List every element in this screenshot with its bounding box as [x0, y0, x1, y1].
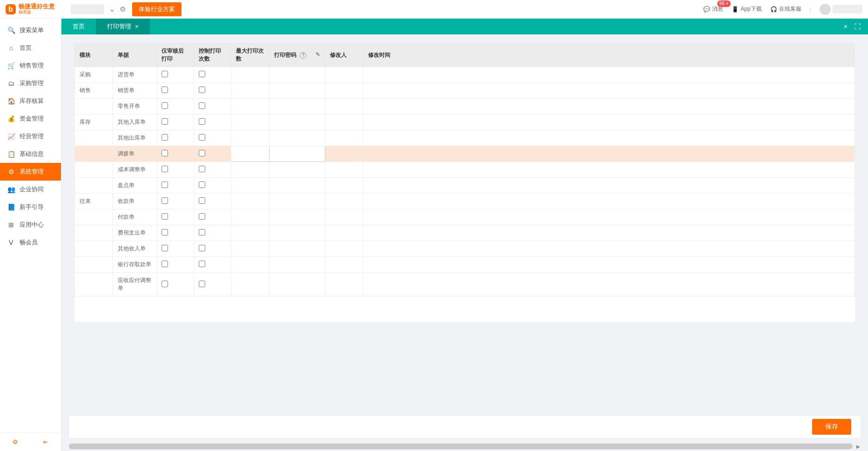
cell-module: 销售 [75, 83, 113, 99]
chat-icon: 💬 [703, 6, 710, 13]
tab-print-management[interactable]: 打印管理 × [96, 19, 150, 34]
limit-count-checkbox[interactable] [199, 71, 205, 77]
audit-only-checkbox[interactable] [161, 166, 168, 172]
cell-audit-only [157, 146, 194, 162]
cell-password [269, 225, 325, 241]
table-row[interactable]: 往来收款单 [75, 194, 855, 209]
table-row[interactable]: 成本调整单 [75, 162, 855, 178]
app-download-label: App下载 [740, 5, 761, 13]
scroll-right-icon[interactable]: ▶ [855, 444, 861, 449]
audit-only-checkbox[interactable] [161, 102, 168, 109]
table-row[interactable]: 银行存取款单 [75, 257, 855, 273]
limit-count-checkbox[interactable] [199, 197, 205, 204]
messages-button[interactable]: 💬 消息 99 + [703, 5, 723, 13]
cell-audit-only [157, 257, 194, 273]
settings-icon[interactable]: ⚙ [13, 438, 18, 445]
audit-only-checkbox[interactable] [161, 229, 168, 236]
audit-only-checkbox[interactable] [161, 281, 168, 287]
cell-modifier [325, 114, 363, 130]
nav-vip[interactable]: Ⅴ畅会员 [0, 234, 61, 251]
help-icon[interactable]: ? [300, 52, 306, 59]
cell-audit-only [157, 241, 194, 257]
table-row[interactable]: 其他收入单 [75, 241, 855, 257]
limit-count-checkbox[interactable] [199, 229, 205, 236]
nav-inventory[interactable]: 🏠库存核算 [0, 92, 61, 110]
audit-only-checkbox[interactable] [161, 182, 168, 188]
limit-count-checkbox[interactable] [199, 118, 205, 125]
nav-basic[interactable]: 📋基础信息 [0, 145, 61, 163]
collapse-icon[interactable]: ⇤ [43, 438, 48, 445]
edit-icon[interactable]: ✎ [316, 51, 320, 58]
cell-document: 费用支出单 [113, 225, 157, 241]
logo[interactable]: b 畅捷通好生意 精易版 [6, 3, 61, 15]
horizontal-scrollbar[interactable]: ◀ ▶ [69, 444, 861, 449]
table-row[interactable]: 零售开单 [75, 99, 855, 114]
nav-home[interactable]: ⌂首页 [0, 39, 61, 57]
audit-only-checkbox[interactable] [161, 87, 168, 93]
table-row[interactable]: 采购进货单 [75, 67, 855, 83]
limit-count-checkbox[interactable] [199, 245, 205, 251]
close-all-icon[interactable]: × [844, 23, 848, 30]
nav-apps[interactable]: ⊞应用中心 [0, 216, 61, 234]
cell-module [75, 257, 113, 273]
cell-max-count[interactable] [231, 146, 269, 162]
cell-limit-count [194, 162, 231, 178]
limit-count-checkbox[interactable] [199, 150, 205, 156]
nav-system[interactable]: ⚙系统管理 [0, 163, 61, 181]
gear-icon[interactable]: ⚙ [120, 5, 126, 13]
table-row[interactable]: 调拨单 [75, 146, 855, 162]
limit-count-checkbox[interactable] [199, 213, 205, 220]
limit-count-checkbox[interactable] [199, 102, 205, 109]
table-row[interactable]: 库存其他入库单 [75, 114, 855, 130]
table-row[interactable]: 其他出库单 [75, 130, 855, 146]
limit-count-checkbox[interactable] [199, 261, 205, 267]
cell-password [269, 209, 325, 225]
audit-only-checkbox[interactable] [161, 213, 168, 220]
industry-plan-button[interactable]: 体验行业方案 [132, 2, 182, 16]
nav-basic-label: 基础信息 [20, 150, 44, 158]
org-selector[interactable]: ⌄ ⚙ [71, 4, 126, 14]
audit-only-checkbox[interactable] [161, 118, 168, 125]
online-service-button[interactable]: 🎧 在线客服 [770, 5, 801, 13]
tab-home[interactable]: 首页 [61, 19, 96, 34]
cell-modify-time [363, 257, 855, 273]
th-password-label: 打印密码 [274, 52, 296, 58]
table-row[interactable]: 付款单 [75, 209, 855, 225]
cell-modifier [325, 67, 363, 83]
nav-vip-icon: Ⅴ [7, 239, 15, 246]
limit-count-checkbox[interactable] [199, 281, 205, 287]
app-download-button[interactable]: 📱 App下载 [732, 5, 761, 13]
table-row[interactable]: 盘点单 [75, 178, 855, 194]
nav-collab[interactable]: 👥企业协同 [0, 181, 61, 198]
user-menu[interactable] [820, 4, 862, 15]
nav-biz[interactable]: 📈经营管理 [0, 128, 61, 145]
scrollbar-thumb[interactable] [69, 444, 853, 449]
audit-only-checkbox[interactable] [161, 134, 168, 141]
limit-count-checkbox[interactable] [199, 87, 205, 93]
audit-only-checkbox[interactable] [161, 245, 168, 251]
nav-finance[interactable]: 💰资金管理 [0, 110, 61, 128]
table-row[interactable]: 费用支出单 [75, 225, 855, 241]
save-button[interactable]: 保存 [812, 419, 851, 435]
audit-only-checkbox[interactable] [161, 150, 168, 156]
close-icon[interactable]: × [135, 23, 139, 30]
limit-count-checkbox[interactable] [199, 166, 205, 172]
cell-max-count [231, 130, 269, 146]
cell-password[interactable] [269, 146, 325, 162]
table-row[interactable]: 应收应付调整单 [75, 273, 855, 296]
fullscreen-icon[interactable]: ⛶ [854, 23, 861, 30]
nav-search[interactable]: 🔍搜索菜单 [0, 21, 61, 39]
audit-only-checkbox[interactable] [161, 261, 168, 267]
avatar [820, 4, 831, 15]
audit-only-checkbox[interactable] [161, 197, 168, 204]
nav-sales[interactable]: 🛒销售管理 [0, 57, 61, 74]
cell-modifier [325, 99, 363, 114]
limit-count-checkbox[interactable] [199, 182, 205, 188]
nav-basic-icon: 📋 [7, 150, 15, 158]
audit-only-checkbox[interactable] [161, 71, 168, 77]
cell-module [75, 162, 113, 178]
nav-guide[interactable]: 📘新手引导 [0, 198, 61, 216]
nav-purchase[interactable]: 🗂采购管理 [0, 74, 61, 92]
table-row[interactable]: 销售销货单 [75, 83, 855, 99]
limit-count-checkbox[interactable] [199, 134, 205, 141]
